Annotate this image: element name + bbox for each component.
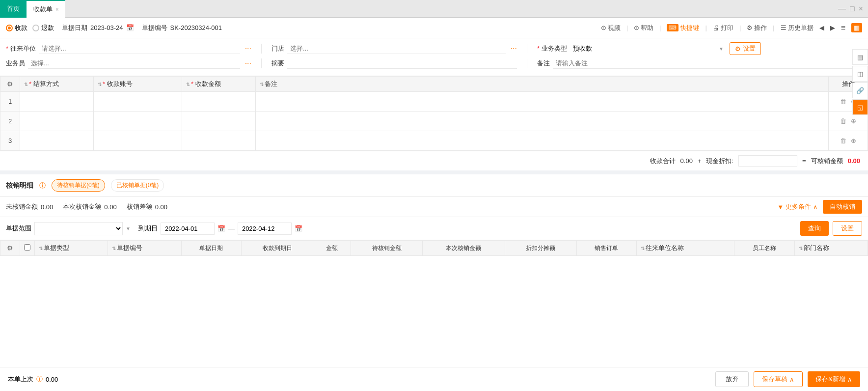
bottom-info-icon[interactable]: ⓘ xyxy=(36,375,43,384)
history-btn[interactable]: ☰ 历史单据 xyxy=(781,24,814,32)
diff-stat: 核销差额 0.00 xyxy=(127,202,167,211)
account-cell-2[interactable] xyxy=(94,112,182,131)
cal-to-icon[interactable]: 📅 xyxy=(295,225,302,232)
settlement-cell-1[interactable] xyxy=(20,92,94,112)
biz-type-dropdown-icon[interactable]: ▼ xyxy=(719,46,724,52)
settlement-cell-3[interactable] xyxy=(20,131,94,151)
summary-input[interactable] xyxy=(287,58,517,69)
save-new-btn[interactable]: 保存&新增 ∧ xyxy=(808,371,860,387)
history-icon: ☰ xyxy=(781,24,787,31)
pending-tab-btn[interactable]: 待核销单据(0笔) xyxy=(52,179,105,192)
actions-btn[interactable]: ⚙ 操作 xyxy=(747,24,767,32)
remark-input[interactable] xyxy=(553,58,862,69)
radio-receipt[interactable]: 收款 xyxy=(6,24,27,32)
remark-cell-1[interactable] xyxy=(256,92,829,112)
select-all-checkbox[interactable] xyxy=(24,244,30,251)
verification-info-icon[interactable]: ⓘ xyxy=(39,181,46,190)
shortcuts-label: 快捷键 xyxy=(680,24,699,32)
card-view-btn[interactable]: ▦ xyxy=(851,23,862,32)
card-view-icon: ▦ xyxy=(854,24,860,31)
date-to-input[interactable] xyxy=(238,223,292,235)
col-amount-label: 收款金额 xyxy=(191,80,221,88)
nav-prev-btn[interactable]: ◀ xyxy=(819,24,824,31)
diff-value: 0.00 xyxy=(155,203,167,211)
print-btn[interactable]: 🖨 打印 xyxy=(713,24,733,32)
sort-type-icon[interactable]: ⇅ xyxy=(39,246,43,251)
help-btn[interactable]: ⊙ 帮助 xyxy=(634,24,653,32)
sort-icon-remark[interactable]: ⇅ xyxy=(260,82,264,87)
verify-col-type-header: ⇅ 单据类型 xyxy=(39,244,104,252)
done-tab-btn[interactable]: 已核销单据(0笔) xyxy=(111,179,164,192)
verify-col-type: 单据类型 xyxy=(44,244,69,252)
store-field: 门店 ··· xyxy=(271,43,517,54)
copy-icon-2[interactable]: ⊕ xyxy=(851,117,856,125)
amount-cell-3[interactable] xyxy=(182,131,256,151)
settlement-cell-2[interactable] xyxy=(20,112,94,131)
delete-icon-2[interactable]: 🗑 xyxy=(840,117,846,125)
section-divider xyxy=(0,170,868,174)
window-close-icon[interactable]: × xyxy=(859,4,863,13)
account-cell-1[interactable] xyxy=(94,92,182,112)
radio-refund[interactable]: 退款 xyxy=(32,24,54,32)
store-more-icon[interactable]: ··· xyxy=(511,44,517,53)
right-sidebar: ▤ ◫ 🔗 ◱ xyxy=(852,49,868,115)
window-min-icon[interactable]: — xyxy=(838,4,846,13)
salesperson-more-icon[interactable]: ··· xyxy=(245,59,251,68)
sort-dept-icon[interactable]: ⇅ xyxy=(799,246,803,251)
tab-home[interactable]: 首页 xyxy=(0,0,27,18)
sidebar-table-icon: ▤ xyxy=(857,54,863,61)
tab-close-icon[interactable]: × xyxy=(55,6,58,12)
window-max-icon[interactable]: □ xyxy=(850,4,855,13)
remark-cell-3[interactable] xyxy=(256,131,829,151)
sidebar-icon-1[interactable]: ▤ xyxy=(852,49,868,65)
sort-icon-amount[interactable]: ⇅ xyxy=(186,82,190,87)
receipt-refund-radio: 收款 退款 xyxy=(6,24,54,32)
sidebar-icon-4[interactable]: ◱ xyxy=(852,99,868,115)
sort-counterparty-icon[interactable]: ⇅ xyxy=(641,246,645,251)
salesperson-label: 业务员 xyxy=(6,59,25,68)
toolbar-right: ⊙ 视频 | ⊙ 帮助 | ⌨ 快捷键 | 🖨 打印 | xyxy=(601,23,862,32)
more-conditions-btn[interactable]: ▼ 更多条件 ∧ xyxy=(777,202,818,211)
discount-input[interactable] xyxy=(738,155,797,167)
salesperson-input[interactable] xyxy=(28,58,240,69)
copy-icon-3[interactable]: ⊕ xyxy=(851,137,856,144)
tab-receipt-label: 收款单 xyxy=(33,5,53,14)
amount-cell-2[interactable] xyxy=(182,112,256,131)
delete-icon-1[interactable]: 🗑 xyxy=(840,98,846,105)
abandon-btn[interactable]: 放弃 xyxy=(715,371,749,387)
sort-icon-account[interactable]: ⇅ xyxy=(98,82,102,87)
form-settings-btn[interactable]: ⚙ 设置 xyxy=(730,42,761,55)
counterparty-input[interactable] xyxy=(39,43,240,54)
chevron-up-icon: ∧ xyxy=(813,203,818,211)
sidebar-icon-3[interactable]: 🔗 xyxy=(852,83,868,98)
date-from-input[interactable] xyxy=(161,223,215,235)
cal-from-icon[interactable]: 📅 xyxy=(217,225,225,232)
form-divider-3 xyxy=(261,58,262,68)
counterparty-label: 往来单位 xyxy=(6,44,36,53)
verify-gear-icon[interactable]: ⚙ xyxy=(7,244,13,252)
auto-verify-btn[interactable]: 自动核销 xyxy=(823,200,862,214)
shortcuts-btn[interactable]: ⌨ 快捷键 xyxy=(667,24,699,32)
filter-settings-btn[interactable]: 设置 xyxy=(833,221,862,236)
tab-receipt[interactable]: 收款单 × xyxy=(27,0,65,18)
store-input[interactable] xyxy=(287,43,506,54)
video-btn[interactable]: ⊙ 视频 xyxy=(601,24,621,32)
nav-next-btn[interactable]: ▶ xyxy=(830,24,835,31)
list-view-btn[interactable]: ≡ xyxy=(841,24,845,32)
draft-btn[interactable]: 保存草稿 ∧ xyxy=(754,371,803,387)
calendar-icon[interactable]: 📅 xyxy=(126,24,134,31)
range-select[interactable] xyxy=(34,222,123,235)
counterparty-more-icon[interactable]: ··· xyxy=(245,44,251,53)
sidebar-icon-2[interactable]: ◫ xyxy=(852,66,868,82)
table-gear-icon[interactable]: ⚙ xyxy=(7,80,13,88)
sort-number-icon[interactable]: ⇅ xyxy=(112,246,116,251)
query-btn[interactable]: 查询 xyxy=(800,221,829,236)
remark-label: 备注 xyxy=(537,59,550,68)
remark-cell-2[interactable] xyxy=(256,112,829,131)
delete-icon-3[interactable]: 🗑 xyxy=(840,137,846,144)
amount-cell-1[interactable] xyxy=(182,92,256,112)
account-cell-3[interactable] xyxy=(94,131,182,151)
bottom-next-value: 0.00 xyxy=(46,376,58,383)
sort-icon-settlement[interactable]: ⇅ xyxy=(24,82,28,87)
range-dropdown-icon[interactable]: ▼ xyxy=(126,226,131,231)
